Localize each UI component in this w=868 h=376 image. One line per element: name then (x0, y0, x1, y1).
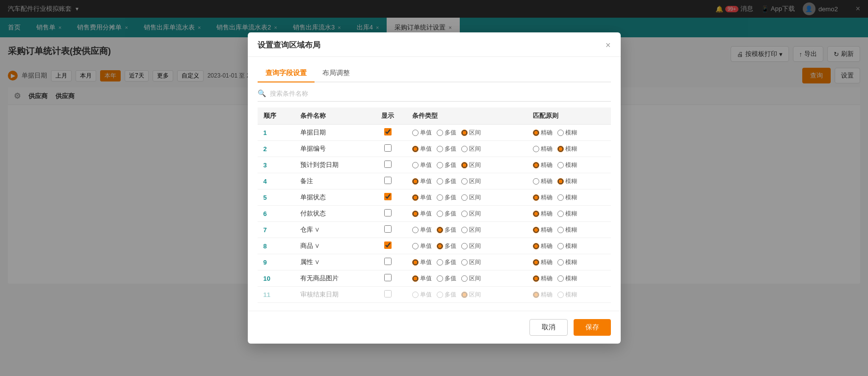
type-single-label[interactable]: 单值 (412, 210, 432, 218)
display-checkbox[interactable] (384, 144, 392, 152)
display-checkbox[interactable] (384, 161, 392, 168)
type-multi-label[interactable]: 多值 (437, 274, 456, 283)
match-exact-label[interactable]: 精确 (533, 193, 552, 202)
match-fuzzy-radio[interactable] (557, 194, 564, 201)
save-button[interactable]: 保存 (574, 319, 611, 336)
display-checkbox[interactable] (384, 177, 392, 184)
dialog-close-button[interactable]: × (605, 40, 611, 51)
row-display-checkbox[interactable] (369, 125, 406, 141)
type-range-radio[interactable] (461, 211, 468, 217)
type-single-radio[interactable] (412, 162, 419, 168)
type-single-label[interactable]: 单值 (412, 177, 432, 186)
type-single-radio[interactable] (412, 227, 419, 233)
type-single-radio[interactable] (412, 243, 419, 249)
type-range-radio[interactable] (461, 194, 468, 201)
type-range-label[interactable]: 区间 (461, 291, 481, 299)
type-multi-label[interactable]: 多值 (437, 258, 456, 267)
type-multi-label[interactable]: 多值 (437, 129, 456, 137)
cancel-button[interactable]: 取消 (529, 319, 568, 336)
type-multi-radio[interactable] (437, 275, 443, 282)
match-fuzzy-radio[interactable] (557, 178, 564, 185)
type-multi-label[interactable]: 多值 (437, 177, 456, 186)
type-single-radio[interactable] (412, 194, 419, 201)
type-range-radio[interactable] (461, 259, 468, 266)
match-exact-label[interactable]: 精确 (533, 210, 552, 218)
type-multi-label[interactable]: 多值 (437, 193, 456, 202)
type-multi-radio[interactable] (437, 227, 443, 233)
match-fuzzy-radio[interactable] (557, 211, 564, 217)
row-display-checkbox[interactable] (369, 254, 406, 270)
match-exact-radio[interactable] (533, 211, 539, 217)
row-display-checkbox[interactable] (369, 222, 406, 238)
row-display-checkbox[interactable] (369, 173, 406, 189)
dialog-tab-layout[interactable]: 布局调整 (315, 65, 358, 82)
match-exact-label[interactable]: 精确 (533, 177, 552, 186)
match-exact-label[interactable]: 精确 (533, 258, 552, 267)
type-multi-radio[interactable] (437, 146, 443, 152)
match-fuzzy-radio[interactable] (557, 146, 564, 152)
type-range-radio[interactable] (461, 146, 468, 152)
match-exact-label[interactable]: 精确 (533, 291, 552, 299)
type-range-radio[interactable] (461, 292, 468, 298)
match-exact-radio[interactable] (533, 146, 539, 152)
display-checkbox[interactable] (384, 193, 392, 200)
match-exact-radio[interactable] (533, 130, 539, 136)
type-range-label[interactable]: 区间 (461, 258, 481, 267)
type-range-label[interactable]: 区间 (461, 161, 481, 169)
match-exact-label[interactable]: 精确 (533, 129, 552, 137)
match-fuzzy-label[interactable]: 模糊 (557, 258, 577, 267)
type-range-radio[interactable] (461, 275, 468, 282)
match-exact-radio[interactable] (533, 292, 539, 298)
type-multi-label[interactable]: 多值 (437, 145, 456, 153)
type-multi-radio[interactable] (437, 259, 443, 266)
type-single-label[interactable]: 单值 (412, 161, 432, 169)
row-display-checkbox[interactable] (369, 157, 406, 173)
type-single-radio[interactable] (412, 292, 419, 298)
type-single-label[interactable]: 单值 (412, 242, 432, 250)
match-fuzzy-label[interactable]: 模糊 (557, 226, 577, 234)
match-fuzzy-radio[interactable] (557, 243, 564, 249)
type-single-label[interactable]: 单值 (412, 129, 432, 137)
type-single-radio[interactable] (412, 211, 419, 217)
type-range-label[interactable]: 区间 (461, 177, 481, 186)
match-fuzzy-label[interactable]: 模糊 (557, 210, 577, 218)
type-range-label[interactable]: 区间 (461, 226, 481, 234)
match-exact-label[interactable]: 精确 (533, 274, 552, 283)
type-single-label[interactable]: 单值 (412, 193, 432, 202)
search-input[interactable] (270, 90, 368, 97)
match-exact-radio[interactable] (533, 243, 539, 249)
row-display-checkbox[interactable] (369, 189, 406, 206)
type-range-radio[interactable] (461, 178, 468, 185)
type-single-label[interactable]: 单值 (412, 291, 432, 299)
match-fuzzy-label[interactable]: 模糊 (557, 161, 577, 169)
match-fuzzy-label[interactable]: 模糊 (557, 242, 577, 250)
match-fuzzy-radio[interactable] (557, 227, 564, 233)
match-fuzzy-label[interactable]: 模糊 (557, 145, 577, 153)
type-single-radio[interactable] (412, 130, 419, 136)
match-exact-label[interactable]: 精确 (533, 242, 552, 250)
display-checkbox[interactable] (384, 128, 392, 135)
type-single-label[interactable]: 单值 (412, 258, 432, 267)
match-exact-radio[interactable] (533, 194, 539, 201)
match-exact-radio[interactable] (533, 162, 539, 168)
type-multi-radio[interactable] (437, 211, 443, 217)
match-fuzzy-radio[interactable] (557, 130, 564, 136)
type-single-radio[interactable] (412, 259, 419, 266)
type-multi-label[interactable]: 多值 (437, 291, 456, 299)
match-fuzzy-radio[interactable] (557, 259, 564, 266)
type-multi-radio[interactable] (437, 130, 443, 136)
type-range-label[interactable]: 区间 (461, 129, 481, 137)
type-multi-radio[interactable] (437, 292, 443, 298)
display-checkbox[interactable] (384, 209, 392, 216)
type-multi-radio[interactable] (437, 178, 443, 185)
type-multi-radio[interactable] (437, 162, 443, 168)
row-display-checkbox[interactable] (369, 141, 406, 157)
match-fuzzy-label[interactable]: 模糊 (557, 129, 577, 137)
match-exact-label[interactable]: 精确 (533, 145, 552, 153)
row-display-checkbox[interactable] (369, 270, 406, 287)
type-multi-label[interactable]: 多值 (437, 210, 456, 218)
match-exact-radio[interactable] (533, 275, 539, 282)
type-range-label[interactable]: 区间 (461, 210, 481, 218)
type-range-label[interactable]: 区间 (461, 242, 481, 250)
match-exact-label[interactable]: 精确 (533, 226, 552, 234)
